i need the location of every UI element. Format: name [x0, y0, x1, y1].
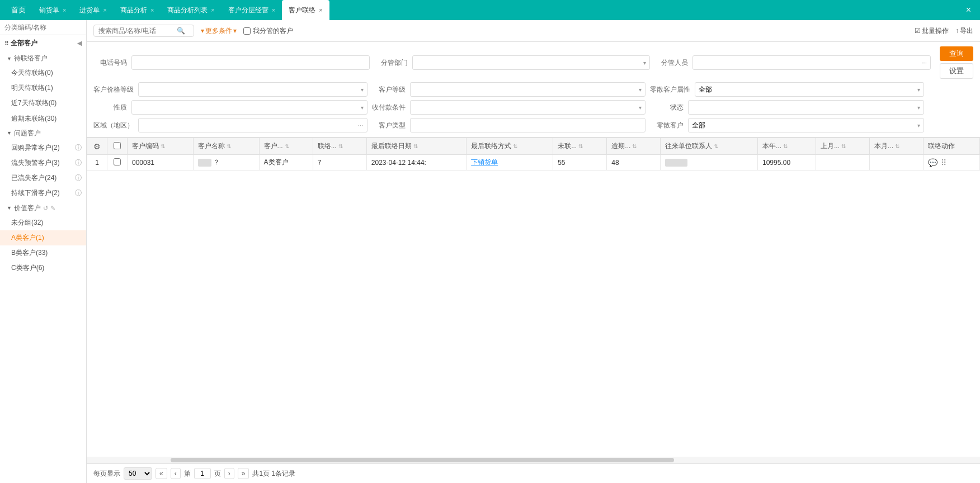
retail-customer-field: 零散客户 全部 ▾: [650, 118, 924, 132]
row-checkbox-cell: [107, 155, 128, 171]
nav-purchase[interactable]: 进货单 ×: [73, 0, 113, 20]
col-this-month[interactable]: 本月...⇅: [870, 138, 924, 155]
group-pending-contact[interactable]: ▼ 待联络客户: [0, 51, 86, 65]
settings-button[interactable]: 设置: [940, 63, 973, 79]
collapse-icon[interactable]: ◀: [77, 40, 82, 47]
nav-sales-close[interactable]: ×: [63, 7, 66, 13]
sidebar-search-input[interactable]: [4, 23, 87, 31]
more-filters-btn[interactable]: ▾ 更多条件 ▾: [201, 26, 237, 36]
qr-action-icon[interactable]: ⠿: [941, 158, 946, 167]
col-last-method[interactable]: 最后联络方式⇅: [467, 138, 553, 155]
nav-product-analysis-close[interactable]: ×: [150, 7, 154, 13]
region-select[interactable]: ···: [138, 118, 368, 132]
prev-page-btn[interactable]: ‹: [171, 468, 181, 479]
sidebar-item-ungrouped[interactable]: 未分组(32): [0, 215, 86, 230]
payment-select[interactable]: ▾: [410, 100, 646, 115]
col-overdue[interactable]: 逾期...⇅: [607, 138, 661, 155]
manager-select[interactable]: ···: [692, 55, 931, 70]
nav-product-list-close[interactable]: ×: [211, 7, 214, 13]
gear-icon[interactable]: ⚙: [93, 142, 101, 151]
col-code[interactable]: 客户编码⇅: [128, 138, 194, 155]
group-problem-customers[interactable]: ▼ 问题客户: [0, 126, 86, 140]
sidebar-item-churn-warning[interactable]: 流失预警客户(3) ⓘ: [0, 155, 86, 171]
nav-customer-contact[interactable]: 客户联络 ×: [282, 0, 329, 20]
sort-icon-date: ⇅: [413, 143, 418, 149]
triangle-icon2: ▼: [7, 130, 12, 136]
nav-customer-contact-close[interactable]: ×: [319, 7, 322, 13]
main-search-input[interactable]: [98, 27, 177, 35]
group-value-customers[interactable]: ▼ 价值客户 ↺ ✎: [0, 201, 86, 215]
message-action-icon[interactable]: 💬: [928, 158, 937, 167]
sidebar-item-7days[interactable]: 近7天待联络(0): [0, 96, 86, 111]
nav-customer-tier[interactable]: 客户分层经营 ×: [222, 0, 282, 20]
sort-icon-method: ⇅: [513, 143, 517, 149]
batch-ops-btn[interactable]: ☑ 批量操作: [915, 26, 949, 36]
select-all-checkbox[interactable]: [114, 142, 121, 149]
manager-dots[interactable]: ···: [921, 59, 927, 67]
col-contact-person[interactable]: 往来单位联系人⇅: [661, 138, 758, 155]
edit-icon[interactable]: ✎: [50, 205, 55, 212]
col-last-method-label: 最后联络方式: [471, 141, 511, 151]
col-action-label: 联络动作: [928, 142, 955, 150]
col-this-year-label: 本年...: [762, 141, 781, 151]
row-last-method[interactable]: 下销货单: [467, 155, 553, 171]
col-type[interactable]: 客户...⇅: [259, 138, 313, 155]
first-page-btn[interactable]: «: [156, 468, 167, 479]
query-button[interactable]: 查询: [940, 46, 973, 61]
page-size-select[interactable]: 50 100 200: [124, 467, 152, 480]
dept-select[interactable]: ▾: [412, 55, 651, 70]
col-this-year[interactable]: 本年...⇅: [758, 138, 816, 155]
status-select[interactable]: ▾: [688, 100, 924, 115]
customer-type-input[interactable]: [410, 118, 646, 132]
col-last-month[interactable]: 上月...⇅: [816, 138, 869, 155]
nav-home[interactable]: 首页: [4, 0, 32, 20]
sidebar-item-today[interactable]: 今天待联络(0): [0, 65, 86, 80]
nav-product-list[interactable]: 商品分析列表 ×: [161, 0, 221, 20]
col-no-contact[interactable]: 未联...⇅: [553, 138, 607, 155]
price-level-select[interactable]: ▾: [138, 82, 368, 97]
last-page-btn[interactable]: »: [238, 468, 249, 479]
sidebar-item-declining[interactable]: 持续下滑客户(2) ⓘ: [0, 186, 86, 201]
customer-type-field: 客户类型: [372, 118, 646, 132]
phone-input[interactable]: [131, 55, 370, 70]
nav-product-analysis[interactable]: 商品分析 ×: [114, 0, 161, 20]
col-settings[interactable]: ⚙: [87, 138, 107, 155]
refresh-icon[interactable]: ↺: [43, 205, 48, 212]
page-number-input[interactable]: [194, 468, 211, 479]
status-label: 状态: [650, 103, 684, 112]
next-page-btn[interactable]: ›: [224, 468, 234, 479]
customer-level-caret: ▾: [639, 87, 642, 93]
nature-select[interactable]: ▾: [131, 100, 368, 115]
sidebar-item-b-class[interactable]: B类客户(33): [0, 245, 86, 261]
sidebar-item-a-class[interactable]: A类客户(1): [0, 230, 86, 245]
horizontal-scrollbar[interactable]: [87, 457, 980, 463]
col-name[interactable]: 客户名称⇅: [193, 138, 259, 155]
customer-level-select[interactable]: ▾: [410, 82, 646, 97]
all-customers-header[interactable]: ⠿ 全部客户 ◀: [0, 35, 86, 51]
last-method-link[interactable]: 下销货单: [471, 158, 498, 166]
region-dots[interactable]: ···: [358, 121, 364, 129]
content-area: 🔍 ▾ 更多条件 ▾ 我分管的客户 ☑ 批量操作 ↑ 导出: [87, 20, 980, 483]
filter-row-1: 电话号码 分管部门 ▾ 分管人员 ···: [93, 46, 973, 79]
sidebar-item-abnormal[interactable]: 回购异常客户(2) ⓘ: [0, 140, 86, 155]
sidebar-item-c-class[interactable]: C类客户(6): [0, 261, 86, 276]
sidebar-search-container: 🔍: [0, 20, 86, 35]
info-icon4: ⓘ: [75, 188, 82, 198]
nav-purchase-close[interactable]: ×: [103, 7, 106, 13]
nav-customer-tier-close[interactable]: ×: [272, 7, 275, 13]
nav-sales[interactable]: 销货单 ×: [32, 0, 73, 20]
my-customers-checkbox[interactable]: [243, 27, 251, 35]
main-search-icon[interactable]: 🔍: [177, 27, 185, 35]
row-checkbox[interactable]: [114, 158, 121, 165]
sidebar-item-overdue[interactable]: 逾期未联络(30): [0, 111, 86, 126]
col-contact[interactable]: 联络...⇅: [313, 138, 366, 155]
retail-attr-select[interactable]: 全部 ▾: [695, 82, 924, 97]
retail-customer-select[interactable]: 全部 ▾: [688, 118, 924, 132]
sidebar-item-tomorrow[interactable]: 明天待联络(1): [0, 80, 86, 96]
col-last-date[interactable]: 最后联络日期⇅: [366, 138, 466, 155]
sidebar-item-churned[interactable]: 已流失客户(24) ⓘ: [0, 171, 86, 186]
customer-type-label: 客户类型: [372, 121, 406, 130]
scrollbar-thumb[interactable]: [171, 458, 674, 462]
close-all-tabs[interactable]: ×: [962, 5, 976, 15]
export-btn[interactable]: ↑ 导出: [955, 26, 973, 36]
